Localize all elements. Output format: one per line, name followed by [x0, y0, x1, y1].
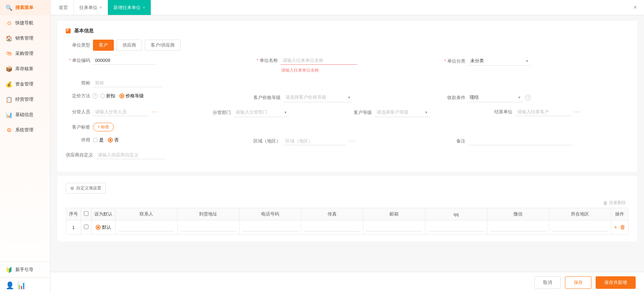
- settlement-more-icon[interactable]: ···: [574, 109, 580, 115]
- customer-level-select[interactable]: 请选择客户等级 ▼: [375, 108, 430, 117]
- unit-name-error: 请输入往来单位名称: [281, 68, 319, 73]
- qq-input[interactable]: [428, 223, 484, 231]
- email-input[interactable]: [366, 223, 422, 231]
- address-input[interactable]: [180, 223, 236, 231]
- customer-price-level-group: 客户价格等级 请选择客户价格等级 ▼: [253, 93, 441, 102]
- location-input[interactable]: [552, 223, 608, 231]
- payment-terms-value: 现结: [470, 94, 516, 100]
- department-select[interactable]: 请输入分管部门 ▼: [234, 108, 289, 117]
- sidebar-item-newguide[interactable]: 🔰 新手引导: [0, 262, 50, 277]
- settlement-unit-input[interactable]: [515, 108, 571, 116]
- tab-new-partner-close[interactable]: ×: [143, 5, 145, 10]
- unit-category-select[interactable]: 未分类 ▼: [468, 56, 531, 66]
- row-email: [363, 220, 425, 235]
- save-and-new-button[interactable]: 保存并新增: [596, 276, 636, 289]
- customer-tag-group: 客户标签 + 标签: [66, 123, 629, 131]
- quicknav-icon: ⊙: [6, 19, 13, 26]
- close-all-tabs[interactable]: ×: [629, 4, 641, 11]
- user-icon[interactable]: 👤: [6, 281, 14, 290]
- radio-discount[interactable]: 折扣: [100, 93, 115, 99]
- unit-type-customer[interactable]: 客户: [93, 40, 114, 51]
- sidebar-item-quicknav[interactable]: ⊙ 快捷导航: [0, 15, 50, 31]
- select-all-checkbox[interactable]: [84, 211, 88, 216]
- wechat-input[interactable]: [490, 223, 546, 231]
- remark-input[interactable]: [468, 137, 573, 145]
- unit-category-label: 单位分类: [441, 58, 465, 64]
- pricing-help-icon[interactable]: ?: [92, 93, 98, 99]
- row-select-checkbox[interactable]: [84, 225, 88, 229]
- sidebar-item-sales[interactable]: 🏠 销售管理: [0, 31, 50, 46]
- batch-delete-icon: 🗑: [603, 200, 608, 206]
- department-label: 分管部门: [206, 109, 231, 116]
- radio-disabled-yes[interactable]: 是: [93, 137, 104, 143]
- unit-code-label: 单位编码: [66, 57, 90, 64]
- region-input[interactable]: [283, 137, 346, 145]
- radio-discount-circle: [100, 93, 105, 98]
- radio-price-level[interactable]: 价格等级: [119, 93, 144, 99]
- sidebar-item-inventory[interactable]: 📦 库存核算: [0, 61, 50, 76]
- unit-type-row: 单位类型 客户 供应商 客户/供应商: [66, 40, 629, 51]
- disabled-radio-group: 是 否: [93, 137, 119, 143]
- manager-more-icon[interactable]: ···: [151, 109, 158, 115]
- short-name-input[interactable]: [93, 79, 163, 87]
- short-name-row: 简称: [66, 79, 629, 87]
- unit-code-input[interactable]: [93, 56, 156, 65]
- add-tag-button[interactable]: + 标签: [93, 123, 114, 131]
- short-name-group: 简称: [66, 79, 629, 87]
- finance-icon: 💰: [6, 81, 13, 88]
- sidebar-item-purchase[interactable]: 🛍 采购管理: [0, 46, 50, 61]
- sidebar-item-search[interactable]: 🔍 搜索菜单: [0, 0, 50, 15]
- phone-input[interactable]: [242, 223, 298, 231]
- unit-type-supplier[interactable]: 供应商: [117, 40, 142, 51]
- region-more-icon[interactable]: ···: [349, 138, 355, 144]
- cancel-button[interactable]: 取消: [534, 276, 561, 289]
- tab-new-partner[interactable]: 新增往来单位 ×: [108, 0, 151, 15]
- radio-disabled-no[interactable]: 否: [108, 137, 119, 143]
- unit-type-both[interactable]: 客户/供应商: [145, 40, 181, 51]
- customer-level-group: 客户等级 请选择客户等级 ▼: [347, 108, 488, 117]
- fax-input[interactable]: [304, 223, 360, 231]
- add-row-button[interactable]: +: [614, 224, 617, 230]
- col-wechat: 微信: [487, 208, 549, 220]
- row-phone: [239, 220, 301, 235]
- chevron-down-icon2: ▼: [347, 96, 351, 99]
- payment-terms-select[interactable]: 现结 ▼: [468, 93, 523, 102]
- unit-category-value: 未分类: [470, 58, 524, 64]
- unit-name-input[interactable]: [281, 56, 357, 65]
- col-phone: 电话号码: [239, 208, 301, 220]
- sidebar-item-finance[interactable]: 💰 资金管理: [0, 76, 50, 92]
- sidebar-item-basic[interactable]: 📊 基础信息: [0, 107, 50, 122]
- manager-input[interactable]: [93, 108, 149, 116]
- tab-partner-close[interactable]: ×: [100, 5, 102, 10]
- customer-price-level-select[interactable]: 请选择客户价格等级 ▼: [283, 93, 353, 102]
- customer-tag-row: 客户标签 + 标签: [66, 123, 629, 131]
- customer-price-level-placeholder: 请选择客户价格等级: [285, 94, 346, 100]
- disabled-group: 停用 是 否: [66, 137, 253, 143]
- contact-input[interactable]: [118, 223, 174, 231]
- default-radio[interactable]: [96, 225, 101, 230]
- col-email: 邮箱: [363, 208, 425, 220]
- settings-gear-icon: ⚙: [70, 186, 74, 191]
- tab-partner[interactable]: 往来单位 ×: [74, 0, 108, 15]
- unit-category-group: 单位分类 未分类 ▼: [441, 56, 629, 66]
- chevron-down-icon4: ▼: [284, 111, 287, 114]
- custom-settings-button[interactable]: ⚙ 自定义项设置: [66, 183, 106, 194]
- tab-home[interactable]: 首页: [53, 0, 74, 15]
- pricing-method-label: 定价方法: [66, 93, 90, 99]
- payment-terms-help-icon[interactable]: ?: [525, 95, 531, 100]
- search-icon: 🔍: [6, 4, 13, 11]
- manager-row: 分管人员 ··· 分管部门 请输入分管部门 ▼ 客户等级 请选择客户等级 ▼: [66, 108, 629, 117]
- purchase-icon: 🛍: [6, 50, 13, 57]
- supplier-custom-input[interactable]: [96, 151, 165, 159]
- stats-icon[interactable]: 📊: [17, 281, 26, 290]
- department-group: 分管部门 请输入分管部门 ▼: [206, 108, 347, 117]
- save-button[interactable]: 保存: [565, 276, 591, 289]
- row-address: [177, 220, 239, 235]
- batch-delete-label[interactable]: 批量删除: [609, 200, 626, 206]
- footer: 取消 保存 保存并新增: [50, 272, 644, 293]
- sidebar-item-system[interactable]: ⚙ 系统管理: [0, 122, 50, 138]
- col-num: 序号: [66, 208, 81, 220]
- content-area: 基本信息 单位类型 客户 供应商 客户/供应商 单位编码: [50, 15, 644, 272]
- sidebar-item-operations[interactable]: 📋 经营管理: [0, 92, 50, 107]
- delete-row-button[interactable]: 🗑: [620, 224, 626, 230]
